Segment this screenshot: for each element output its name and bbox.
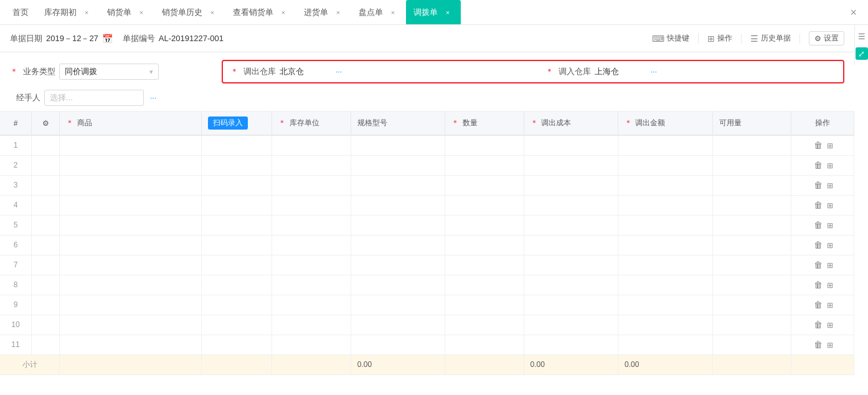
warehouse-out-label: 调出仓库 xyxy=(243,66,276,77)
business-type-select[interactable]: 同价调拨 ▾ xyxy=(59,64,159,80)
table-row: 11 🗑 ⊞ xyxy=(0,335,854,355)
delete-icon[interactable]: 🗑 xyxy=(814,180,823,190)
tab-close-inventory[interactable]: × xyxy=(388,7,398,17)
row-index: 11 xyxy=(0,335,32,355)
handler-row: 经手人 选择... ··· xyxy=(10,90,844,106)
tab-inventory[interactable]: 盘点单 × xyxy=(351,0,406,24)
calendar-icon[interactable]: 📅 xyxy=(102,34,113,44)
row-actions: 🗑 ⊞ xyxy=(791,135,854,155)
copy-icon[interactable]: ⊞ xyxy=(827,281,833,290)
row-actions: 🗑 ⊞ xyxy=(791,255,854,275)
tab-close-purchase[interactable]: × xyxy=(333,7,343,17)
tab-close-view-sales[interactable]: × xyxy=(278,7,288,17)
delete-icon[interactable]: 🗑 xyxy=(814,220,823,230)
warehouse-out-more-btn[interactable]: ··· xyxy=(333,67,344,76)
delete-icon[interactable]: 🗑 xyxy=(814,160,823,170)
main-content: 单据日期 2019－12－27 📅 单据编号 AL-20191227-001 ⌨… xyxy=(0,25,854,375)
history-btn[interactable]: ☰ 历史单据 xyxy=(750,33,791,44)
delete-icon[interactable]: 🗑 xyxy=(814,200,823,210)
copy-icon[interactable]: ⊞ xyxy=(827,241,833,250)
business-type-field: ＊ 业务类型 同价调拨 ▾ xyxy=(10,64,209,80)
close-all-icon[interactable]: × xyxy=(844,0,863,25)
row-index: 2 xyxy=(0,155,32,175)
copy-icon[interactable]: ⊞ xyxy=(827,321,833,330)
copy-icon[interactable]: ⊞ xyxy=(827,221,833,230)
table-row: 7 🗑 ⊞ xyxy=(0,255,854,275)
handler-placeholder: 选择... xyxy=(50,92,73,103)
delete-icon[interactable]: 🗑 xyxy=(814,280,823,290)
tab-home[interactable]: 首页 xyxy=(5,0,37,24)
warehouse-out-field: ＊ 调出仓库 北京仓 ··· xyxy=(230,66,521,77)
tab-close-sales-order[interactable]: × xyxy=(136,7,146,17)
settings-button[interactable]: ⚙ 设置 xyxy=(809,31,844,45)
row-index: 10 xyxy=(0,315,32,335)
row-index: 5 xyxy=(0,215,32,235)
warehouse-out-value: 北京仓 xyxy=(280,66,329,77)
gear-icon[interactable]: ⚙ xyxy=(42,119,49,128)
row-actions: 🗑 ⊞ xyxy=(791,335,854,355)
col-action: 操作 xyxy=(791,112,854,135)
tab-close-transfer[interactable]: × xyxy=(443,7,453,17)
tab-close-inventory-init[interactable]: × xyxy=(82,7,92,17)
tab-inventory-init[interactable]: 库存期初 × xyxy=(37,0,100,24)
business-type-label: 业务类型 xyxy=(23,66,55,77)
shortcut-icon: ⌨ xyxy=(652,34,664,44)
tab-transfer[interactable]: 调拨单 × xyxy=(406,0,461,24)
handler-field: 经手人 选择... ··· xyxy=(10,90,209,106)
copy-icon[interactable]: ⊞ xyxy=(827,161,833,170)
tab-sales-history[interactable]: 销货单历史 × xyxy=(154,0,225,24)
row-index: 4 xyxy=(0,195,32,215)
tab-view-sales[interactable]: 查看销货单 × xyxy=(225,0,296,24)
delete-icon[interactable]: 🗑 xyxy=(814,340,823,350)
tab-sales-order[interactable]: 销货单 × xyxy=(100,0,154,24)
tab-close-sales-history[interactable]: × xyxy=(207,7,217,17)
handler-select[interactable]: 选择... xyxy=(44,90,144,106)
delete-icon[interactable]: 🗑 xyxy=(814,260,823,270)
operation-icon: ⊞ xyxy=(707,34,715,44)
table-row: 9 🗑 ⊞ xyxy=(0,295,854,315)
business-type-value: 同价调拨 xyxy=(65,66,97,77)
history-icon: ☰ xyxy=(750,34,758,44)
copy-icon[interactable]: ⊞ xyxy=(827,341,833,350)
copy-icon[interactable]: ⊞ xyxy=(827,301,833,310)
required-star-warehouse-out: ＊ xyxy=(230,66,238,77)
copy-icon[interactable]: ⊞ xyxy=(827,181,833,190)
col-gear[interactable]: ⚙ xyxy=(32,112,60,135)
scan-btn[interactable]: 扫码录入 xyxy=(208,117,248,130)
tab-purchase[interactable]: 进货单 × xyxy=(296,0,351,24)
page-wrapper: 首页 库存期初 × 销货单 × 销货单历史 × 查看销货单 × 进货单 × 盘点… xyxy=(0,0,868,395)
table-row: 2 🗑 ⊞ xyxy=(0,155,854,175)
sidebar-expand-icon[interactable]: ⤢ xyxy=(856,47,868,60)
delete-icon[interactable]: 🗑 xyxy=(814,240,823,250)
copy-icon[interactable]: ⊞ xyxy=(827,201,833,210)
dropdown-arrow-business: ▾ xyxy=(149,68,153,76)
handler-more-btn[interactable]: ··· xyxy=(148,93,159,102)
row-actions: 🗑 ⊞ xyxy=(791,195,854,215)
row-actions: 🗑 ⊞ xyxy=(791,315,854,335)
row-index: 9 xyxy=(0,295,32,315)
table-row: 6 🗑 ⊞ xyxy=(0,235,854,255)
table-header-row: # ⚙ ＊ 商品 扫码录入 ＊ 库存单位 xyxy=(0,112,854,135)
warehouse-in-field: ＊ 调入仓库 上海仓 ··· xyxy=(545,66,836,77)
delete-icon[interactable]: 🗑 xyxy=(814,320,823,330)
col-unit: ＊ 库存单位 xyxy=(272,112,351,135)
copy-icon[interactable]: ⊞ xyxy=(827,261,833,270)
table-row: 3 🗑 ⊞ xyxy=(0,175,854,195)
operation-btn[interactable]: ⊞ 操作 xyxy=(707,33,732,44)
row-actions: 🗑 ⊞ xyxy=(791,275,854,295)
col-cost: ＊ 调出成本 xyxy=(524,112,618,135)
subtotal-label: 小计 xyxy=(0,355,60,374)
row-index: 6 xyxy=(0,235,32,255)
copy-icon[interactable]: ⊞ xyxy=(827,141,833,150)
col-scan[interactable]: 扫码录入 xyxy=(201,112,272,135)
warehouse-in-more-btn[interactable]: ··· xyxy=(648,67,659,76)
subtotal-amount: 0.00 xyxy=(618,355,713,374)
col-spec: 规格型号 xyxy=(351,112,445,135)
delete-icon[interactable]: 🗑 xyxy=(814,300,823,310)
shortcut-btn[interactable]: ⌨ 快捷键 xyxy=(652,33,689,44)
row-index: 7 xyxy=(0,255,32,275)
delete-icon[interactable]: 🗑 xyxy=(814,140,823,150)
table-row: 1 🗑 ⊞ xyxy=(0,135,854,155)
subtotal-quantity: 0.00 xyxy=(351,355,445,374)
sidebar-list-icon[interactable]: ☰ xyxy=(856,30,868,42)
